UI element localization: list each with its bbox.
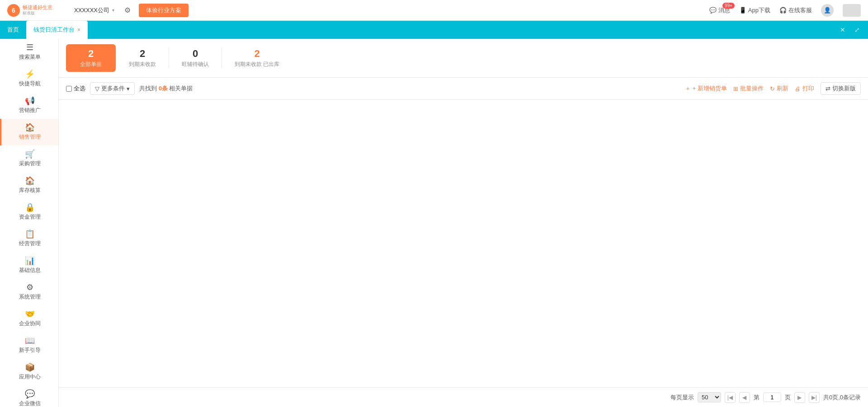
add-sale-button[interactable]: ＋ + 新增销货单 <box>685 84 727 93</box>
stat-number-all: 2 <box>88 48 94 60</box>
tab-close-icon[interactable]: × <box>77 27 80 33</box>
cooperation-icon: 🤝 <box>25 310 35 318</box>
switch-version-button[interactable]: ⇄ 切换新版 <box>821 82 861 95</box>
stat-label-wangfu: 旺辅待确认 <box>182 61 209 68</box>
sidebar-item-cooperation[interactable]: 🤝 企业协同 <box>0 305 58 332</box>
page-next-button[interactable]: ▶ <box>794 392 805 403</box>
filter-button[interactable]: ▽ 更多条件 ▾ <box>90 82 135 95</box>
toolbar-right: ＋ + 新增销货单 ⊞ 批量操作 ↻ 刷新 🖨 打印 ⇄ 切换新版 <box>685 82 861 95</box>
batch-operation-button[interactable]: ⊞ 批量操作 <box>733 84 764 93</box>
sidebar-item-wechat[interactable]: 💬 企业微信 <box>0 385 58 407</box>
print-button[interactable]: 🖨 打印 <box>795 84 814 93</box>
inventory-icon: 🏠 <box>25 177 35 185</box>
sidebar-item-inventory-label: 库存核算 <box>19 187 41 194</box>
purchase-icon: 🛒 <box>25 150 35 158</box>
search-menu-icon: ☰ <box>26 43 33 51</box>
service-icon: 🎧 <box>779 7 787 14</box>
top-header: 6 畅捷通好生意 标准版 XXXXXX公司 ▾ ⚙ 体验行业方案 💬 消息 99… <box>0 0 868 21</box>
stat-card-overdue-out[interactable]: 2 到期未收款 已出库 <box>222 44 292 72</box>
user-name-area <box>843 4 861 17</box>
sidebar-item-system[interactable]: ⚙ 系统管理 <box>0 279 58 305</box>
quick-nav-icon: ⚡ <box>25 70 35 78</box>
message-badge: 99+ <box>722 3 735 9</box>
avatar-icon: 👤 <box>824 7 831 14</box>
stat-label-overdue-out: 到期未收款 已出库 <box>235 61 279 68</box>
sidebar-item-inventory[interactable]: 🏠 库存核算 <box>0 172 58 199</box>
sidebar-item-marketing[interactable]: 📢 营销推广 <box>0 92 58 119</box>
sidebar-item-purchase[interactable]: 🛒 采购管理 <box>0 145 58 172</box>
filter-icon: ▽ <box>95 85 99 92</box>
stat-card-all[interactable]: 2 全部单据 <box>66 44 116 72</box>
message-button[interactable]: 💬 消息 99+ <box>709 6 730 14</box>
sidebar-item-finance[interactable]: 🔒 资金管理 <box>0 199 58 225</box>
page-first-button[interactable]: |◀ <box>725 392 736 403</box>
sidebar-item-search-menu[interactable]: ☰ 搜索菜单 <box>0 39 58 65</box>
stat-number-wangfu: 0 <box>193 48 198 60</box>
per-page-select[interactable]: 50 20 100 <box>698 392 721 402</box>
avatar[interactable]: 👤 <box>821 4 834 17</box>
content-area: 2 全部单据 2 到期未收款 0 旺辅待确认 2 到期未收款 已出库 <box>59 39 868 407</box>
page-last-button[interactable]: ▶| <box>809 392 820 403</box>
tab-home[interactable]: 首页 <box>0 21 26 39</box>
add-label: + 新增销货单 <box>693 84 727 93</box>
select-all-input[interactable] <box>66 86 72 92</box>
batch-label: 批量操作 <box>740 84 764 93</box>
sidebar-item-finance-label: 资金管理 <box>19 213 41 221</box>
tab-workspace[interactable]: 钱货日清工作台 × <box>26 21 88 39</box>
settings-button[interactable]: ⚙ <box>121 4 134 17</box>
sidebar: ☰ 搜索菜单 ⚡ 快捷导航 📢 营销推广 🏠 销售管理 🛒 采购管理 🏠 库存核… <box>0 39 59 407</box>
main-layout: ☰ 搜索菜单 ⚡ 快捷导航 📢 营销推广 🏠 销售管理 🛒 采购管理 🏠 库存核… <box>0 39 868 407</box>
select-all-checkbox[interactable]: 全选 <box>66 84 85 93</box>
trial-button[interactable]: 体验行业方案 <box>139 4 189 17</box>
switch-icon: ⇄ <box>826 85 830 92</box>
sidebar-item-sales-label: 销售管理 <box>19 133 41 141</box>
sidebar-item-quick-nav[interactable]: ⚡ 快捷导航 <box>0 65 58 92</box>
company-name: XXXXXX公司 <box>74 6 109 14</box>
sidebar-item-app-center[interactable]: 📦 应用中心 <box>0 359 58 385</box>
per-page-label: 每页显示 <box>670 393 694 402</box>
online-service-label: 在线客服 <box>788 6 812 14</box>
found-count-text: 共找到 0条 相关单据 <box>139 84 193 93</box>
stats-row: 2 全部单据 2 到期未收款 0 旺辅待确认 2 到期未收款 已出库 <box>59 39 868 78</box>
page-prev-button[interactable]: ◀ <box>739 392 750 403</box>
refresh-label: 刷新 <box>777 84 788 93</box>
page-number-input[interactable] <box>763 393 781 402</box>
settings-icon: ⚙ <box>124 6 131 14</box>
tab-expand-btn[interactable]: ⤢ <box>852 24 863 35</box>
logo-text-area: 畅捷通好生意 标准版 <box>23 4 52 16</box>
page-suffix: 页 <box>785 393 791 402</box>
page-total-text: 共0页,0条记录 <box>823 393 861 402</box>
operation-icon: 📋 <box>25 230 35 238</box>
sidebar-item-wechat-label: 企业微信 <box>19 400 41 407</box>
pagination-bar: 每页显示 50 20 100 |◀ ◀ 第 页 ▶ ▶| 共0页,0条记录 <box>59 387 868 407</box>
sidebar-item-search-menu-label: 搜索菜单 <box>19 53 41 61</box>
select-all-label: 全选 <box>74 84 85 93</box>
stat-card-overdue[interactable]: 2 到期未收款 <box>116 44 169 72</box>
found-num: 0条 <box>159 85 168 92</box>
app-download-button[interactable]: 📱 App下载 <box>739 6 770 14</box>
sidebar-item-marketing-label: 营销推广 <box>19 107 41 114</box>
app-center-icon: 📦 <box>25 363 35 371</box>
header-right: 💬 消息 99+ 📱 App下载 🎧 在线客服 👤 <box>709 4 861 17</box>
tab-home-label: 首页 <box>7 26 19 34</box>
refresh-icon: ↻ <box>770 85 775 92</box>
sidebar-item-basic-info-label: 基础信息 <box>19 267 41 274</box>
stat-label-all: 全部单据 <box>80 61 102 68</box>
company-selector[interactable]: XXXXXX公司 ▾ <box>71 5 118 16</box>
print-label: 打印 <box>802 84 814 93</box>
sidebar-item-cooperation-label: 企业协同 <box>19 320 41 327</box>
tab-close-btn[interactable]: ✕ <box>837 24 848 35</box>
switch-label: 切换新版 <box>832 84 856 93</box>
sidebar-item-basic-info[interactable]: 📊 基础信息 <box>0 252 58 279</box>
refresh-button[interactable]: ↻ 刷新 <box>770 84 788 93</box>
sidebar-item-sales[interactable]: 🏠 销售管理 <box>0 119 58 145</box>
logo-label: 畅捷通好生意 <box>23 4 52 10</box>
sidebar-item-operation[interactable]: 📋 经营管理 <box>0 225 58 252</box>
batch-icon: ⊞ <box>733 85 738 92</box>
tab-bar: 首页 钱货日清工作台 × ✕ ⤢ <box>0 21 868 39</box>
chevron-down-icon: ▾ <box>112 8 114 13</box>
stat-number-overdue-out: 2 <box>255 48 260 60</box>
online-service-button[interactable]: 🎧 在线客服 <box>779 6 812 14</box>
stat-card-wangfu[interactable]: 0 旺辅待确认 <box>169 44 222 72</box>
sidebar-item-guide[interactable]: 📖 新手引导 <box>0 332 58 359</box>
